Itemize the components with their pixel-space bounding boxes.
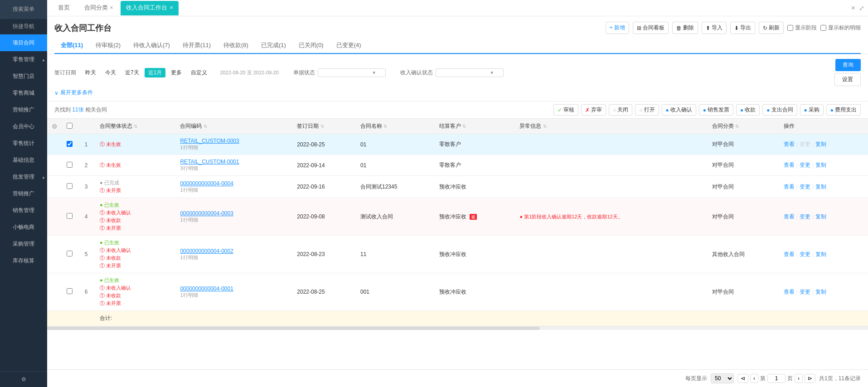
contract-link-6[interactable]: 0000000000004-0001 <box>180 285 233 292</box>
delete-button[interactable]: 🗑 删除 <box>672 22 698 34</box>
show-detail-check[interactable]: 显示标的明细 <box>820 24 861 32</box>
sidebar-item-purchase[interactable]: 采购管理 <box>0 236 47 252</box>
sidebar-item-retail[interactable]: 零售管理 ▲ <box>0 51 47 68</box>
refresh-button[interactable]: ↻ 刷新 <box>759 22 784 34</box>
new-button[interactable]: + 新增 <box>606 22 629 34</box>
row-checkbox-1[interactable] <box>67 141 73 147</box>
sort-date-icon[interactable]: ⇅ <box>320 124 324 129</box>
collect-btn[interactable]: ● 收款 <box>736 104 760 116</box>
tab-contract-cat[interactable]: 合同分类 × <box>77 0 121 16</box>
row-checkbox-6[interactable] <box>67 288 73 294</box>
import-button[interactable]: ⬆ 导入 <box>702 22 727 34</box>
table-settings-icon[interactable]: ⚙ <box>52 123 58 130</box>
first-page-btn[interactable]: ⊲ <box>737 374 748 383</box>
op-view-4[interactable]: 查看 <box>784 213 795 221</box>
export-button[interactable]: ⬇ 导出 <box>730 22 755 34</box>
sidebar-item-sales-mgr[interactable]: 销售管理 <box>0 202 47 219</box>
sort-error-icon[interactable]: ⇅ <box>543 124 547 129</box>
sidebar-item-ecommerce[interactable]: 零售商城 <box>0 85 47 102</box>
tab-income-workbench[interactable]: 收入合同工作台 × <box>121 1 179 15</box>
open-btn[interactable]: ○ 打开 <box>635 104 659 116</box>
subtab-closed[interactable]: 已关闭(0) <box>292 38 330 54</box>
contract-link-1[interactable]: RETAIL_CUSTOM-0003 <box>180 138 239 144</box>
date-yesterday[interactable]: 昨天 <box>82 68 100 77</box>
expense-btn[interactable]: ● 费用支出 <box>826 104 861 116</box>
op-change-5[interactable]: 变更 <box>800 251 810 258</box>
sort-code-icon[interactable]: ⇅ <box>204 124 207 129</box>
sidebar-item-inventory[interactable]: 库存核算 <box>0 252 47 269</box>
next-page-btn[interactable]: › <box>795 374 803 383</box>
sidebar-item-basic[interactable]: 基础信息 <box>0 152 47 169</box>
show-stage-check[interactable]: 显示阶段 <box>787 24 817 32</box>
sort-name-icon[interactable]: ⇅ <box>383 124 387 129</box>
abandon-btn[interactable]: ✗ 弃审 <box>581 104 606 116</box>
prev-page-btn[interactable]: ‹ <box>750 374 758 383</box>
op-view-1[interactable]: 查看 <box>784 140 795 148</box>
confirm-status-select[interactable]: ▼ <box>436 68 504 77</box>
subtab-pending-review[interactable]: 待审核(2) <box>89 38 127 54</box>
sidebar-item-wholesale[interactable]: 批发管理 ▲ <box>0 169 47 185</box>
page-size-select[interactable]: 50 20 100 <box>711 373 734 383</box>
payout-btn[interactable]: ● 支出合同 <box>762 104 797 116</box>
subtab-completed[interactable]: 已完成(1) <box>255 38 292 54</box>
kanban-button[interactable]: ⊞ 合同看板 <box>633 22 669 34</box>
sidebar-item-xiaochang[interactable]: 小畅电商 <box>0 219 47 236</box>
query-button[interactable]: 查询 <box>835 59 861 71</box>
tab-close-income[interactable]: × <box>170 4 174 11</box>
date-today[interactable]: 今天 <box>102 68 120 77</box>
row-checkbox-4[interactable] <box>67 213 73 219</box>
status-select[interactable]: ▼ <box>318 68 386 77</box>
op-copy-5[interactable]: 复制 <box>815 251 826 258</box>
op-copy-2[interactable]: 复制 <box>815 161 826 169</box>
op-copy-3[interactable]: 复制 <box>815 183 826 191</box>
sidebar-search[interactable]: 搜索菜单 <box>0 0 47 19</box>
last-page-btn[interactable]: ⊳ <box>805 374 815 383</box>
subtab-pending-confirm[interactable]: 待收入确认(7) <box>127 38 176 54</box>
date-custom[interactable]: 自定义 <box>187 68 211 77</box>
income-confirm-btn[interactable]: ● 收入确认 <box>662 104 696 116</box>
row-checkbox-5[interactable] <box>67 251 73 256</box>
expand-filter-btn[interactable]: ∨ 展开更多条件 <box>54 89 861 97</box>
op-change-4[interactable]: 变更 <box>800 213 810 221</box>
sidebar-settings[interactable]: ⚙ <box>0 371 47 387</box>
sort-category-icon[interactable]: ⇅ <box>735 124 739 129</box>
op-copy-6[interactable]: 复制 <box>815 288 826 296</box>
op-change-3[interactable]: 变更 <box>800 183 810 191</box>
sidebar-item-smart[interactable]: 智慧门店 <box>0 68 47 85</box>
sidebar-item-stats[interactable]: 零售统计 <box>0 135 47 152</box>
op-copy-1[interactable]: 复制 <box>815 140 826 148</box>
sidebar-nav[interactable]: 快捷导航 <box>0 19 47 34</box>
date-more[interactable]: 更多 <box>167 68 185 77</box>
op-copy-4[interactable]: 复制 <box>815 213 826 221</box>
op-change-2[interactable]: 变更 <box>800 161 810 169</box>
sidebar-item-sales-mkt[interactable]: 营销推广 <box>0 185 47 202</box>
op-view-6[interactable]: 查看 <box>784 288 795 296</box>
op-change-1[interactable]: 变更 <box>800 140 810 148</box>
row-checkbox-2[interactable] <box>67 162 73 168</box>
subtab-pending-payment[interactable]: 待收款(8) <box>217 38 255 54</box>
subtab-all[interactable]: 全部(11) <box>54 38 89 54</box>
sidebar-item-project[interactable]: 项目合同 <box>0 34 47 51</box>
subtab-pending-invoice[interactable]: 待开票(11) <box>176 38 217 54</box>
sales-invoice-btn[interactable]: ● 销售发票 <box>699 104 733 116</box>
op-view-5[interactable]: 查看 <box>784 251 795 258</box>
contract-link-5[interactable]: 0000000000004-0002 <box>180 248 233 254</box>
op-view-3[interactable]: 查看 <box>784 183 795 191</box>
subtab-changed[interactable]: 已变更(4) <box>330 38 368 54</box>
op-view-2[interactable]: 查看 <box>784 161 795 169</box>
page-input[interactable] <box>767 374 786 383</box>
set-button[interactable]: 设置 <box>834 73 861 86</box>
contract-link-3[interactable]: 0000000000004-0004 <box>180 180 233 187</box>
window-close-btn[interactable]: × <box>851 4 855 12</box>
tab-home[interactable]: 首页 <box>51 0 77 16</box>
contract-link-2[interactable]: RETAIL_CUSTOM-0001 <box>180 159 239 165</box>
close-btn[interactable]: ○ 关闭 <box>609 104 632 116</box>
review-btn[interactable]: ✓ 审核 <box>553 104 578 116</box>
row-checkbox-3[interactable] <box>67 183 73 189</box>
sidebar-item-marketing[interactable]: 营销推广 <box>0 102 47 118</box>
op-change-6[interactable]: 变更 <box>800 288 810 296</box>
tab-close-contract-cat[interactable]: × <box>110 4 113 11</box>
purchase-btn[interactable]: ● 采购 <box>800 104 824 116</box>
contract-link-4[interactable]: 0000000000004-0003 <box>180 210 233 217</box>
date-month1[interactable]: 近1月 <box>145 68 166 77</box>
